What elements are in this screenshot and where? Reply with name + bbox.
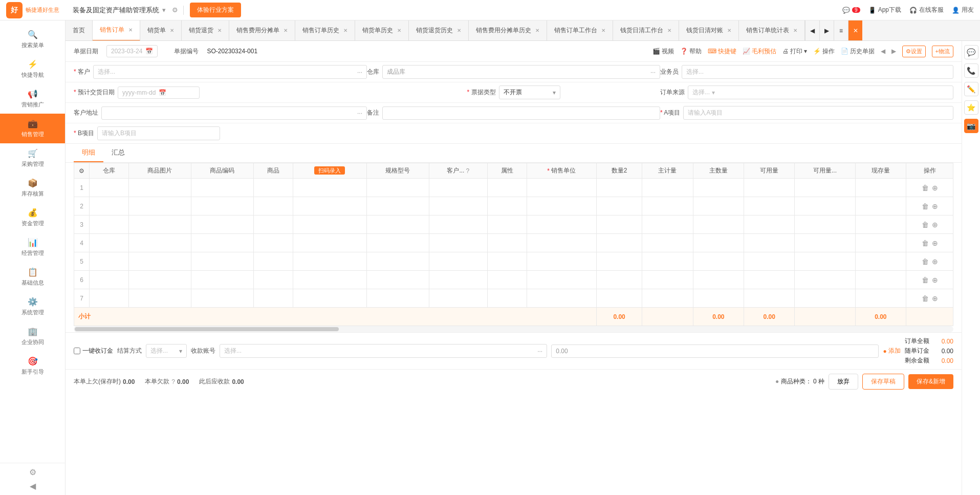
close-tab-icon[interactable]: ✕ bbox=[601, 28, 605, 33]
tab-sales-order[interactable]: 销售订单 ✕ bbox=[93, 20, 140, 41]
history-btn[interactable]: 📄 历史单据 bbox=[841, 47, 875, 56]
tab-home[interactable]: 首页 bbox=[66, 20, 93, 41]
sidebar-item-quick[interactable]: ⚡ 快捷导航 bbox=[0, 54, 65, 84]
col-main-unit[interactable]: 主计量 bbox=[642, 163, 693, 179]
sidebar-item-sales[interactable]: 💼 销售管理 bbox=[0, 114, 65, 143]
sidebar-item-marketing[interactable]: 📢 营销推广 bbox=[0, 84, 65, 114]
sidebar-item-search[interactable]: 🔍 搜索菜单 bbox=[0, 25, 65, 54]
right-panel-camera-icon[interactable]: 📷 bbox=[964, 119, 978, 133]
shortcut-btn[interactable]: ⌨ 快捷键 bbox=[708, 47, 736, 56]
col-current-qty[interactable]: 现存量 bbox=[855, 163, 906, 179]
add-footer-btn[interactable]: ● 添加 bbox=[883, 347, 900, 355]
close-tab-icon[interactable]: ✕ bbox=[793, 28, 797, 33]
tab-next-btn[interactable]: ▶ bbox=[819, 20, 834, 41]
sidebar-item-operations[interactable]: 📊 经营管理 bbox=[0, 232, 65, 262]
col-main-qty[interactable]: 主数量 bbox=[693, 163, 744, 179]
settings-icon[interactable]: ⚙ bbox=[172, 6, 178, 14]
sidebar-item-purchase[interactable]: 🛒 采购管理 bbox=[0, 143, 65, 173]
nav-next-btn[interactable]: ▶ bbox=[891, 48, 896, 55]
col-settings[interactable]: ⚙ bbox=[74, 163, 90, 179]
tab-order-stats[interactable]: 销售订单统计表 ✕ bbox=[739, 20, 805, 41]
warehouse-input[interactable]: 成品库 ··· bbox=[382, 65, 660, 79]
delete-icon[interactable]: 🗑 bbox=[922, 294, 929, 303]
b-project-input[interactable]: 请输入B项目 bbox=[97, 126, 220, 140]
col-avail-qty2[interactable]: 可用量... bbox=[795, 163, 855, 179]
close-tab-icon[interactable]: ✕ bbox=[667, 28, 671, 33]
right-panel-star-icon[interactable]: ⭐ bbox=[964, 100, 978, 115]
tab-daily-workbench[interactable]: 钱货日清工作台 ✕ bbox=[613, 20, 679, 41]
delete-icon[interactable]: 🗑 bbox=[922, 184, 929, 192]
sidebar-item-base[interactable]: 📋 基础信息 bbox=[0, 262, 65, 292]
close-tab-icon[interactable]: ✕ bbox=[128, 27, 133, 33]
right-panel-phone-icon[interactable]: 📞 bbox=[964, 63, 978, 78]
copy-icon[interactable]: ⊕ bbox=[932, 184, 938, 192]
sidebar-item-enterprise[interactable]: 🏢 企业协同 bbox=[0, 321, 65, 351]
col-product[interactable]: 商品 bbox=[253, 163, 293, 179]
delete-icon[interactable]: 🗑 bbox=[922, 276, 929, 284]
table-scrollbar[interactable] bbox=[74, 326, 953, 332]
sidebar-item-inventory[interactable]: 📦 库存核算 bbox=[0, 173, 65, 203]
tab-daily-account[interactable]: 钱货日清对账 ✕ bbox=[679, 20, 739, 41]
right-panel-edit-icon[interactable]: ✏️ bbox=[964, 82, 978, 96]
close-tab-icon[interactable]: ✕ bbox=[457, 28, 461, 33]
close-tab-icon[interactable]: ✕ bbox=[727, 28, 731, 33]
a-project-input[interactable]: 请输入A项目 bbox=[683, 106, 953, 120]
detail-tab[interactable]: 明细 bbox=[74, 144, 103, 162]
close-tab-icon[interactable]: ✕ bbox=[343, 28, 347, 33]
close-tab-icon[interactable]: ✕ bbox=[284, 28, 288, 33]
col-qty2[interactable]: 数量2 bbox=[596, 163, 642, 179]
salesperson-input[interactable]: 选择... bbox=[682, 65, 953, 79]
right-panel-chat-icon[interactable]: 💬 bbox=[964, 45, 978, 59]
col-product-code[interactable]: 商品编码 bbox=[191, 163, 253, 179]
sidebar-settings-btn[interactable]: ⚙ bbox=[29, 467, 36, 477]
tab-order-history[interactable]: 销售订单历史 ✕ bbox=[295, 20, 355, 41]
date-input[interactable]: 2023-03-24 📅 bbox=[106, 45, 158, 57]
delete-icon[interactable]: 🗑 bbox=[922, 221, 929, 229]
tab-more-btn[interactable]: ≡ bbox=[834, 20, 848, 41]
col-customer-ref[interactable]: 客户... ? bbox=[429, 163, 487, 179]
col-warehouse[interactable]: 仓库 bbox=[90, 163, 129, 179]
receipt-account-input[interactable]: 选择... ··· bbox=[220, 344, 547, 358]
online-support-btn[interactable]: 🎧 在线客服 bbox=[909, 6, 944, 14]
view-btn[interactable]: 🎬 视频 bbox=[652, 47, 674, 56]
tab-invoice-history[interactable]: 销货单历史 ✕ bbox=[355, 20, 409, 41]
user-menu[interactable]: 👤 用友 bbox=[952, 6, 974, 14]
sidebar-item-system[interactable]: ⚙️ 系统管理 bbox=[0, 292, 65, 321]
app-download-btn[interactable]: 📱 App下载 bbox=[868, 6, 901, 14]
amount-input[interactable]: 0.00 bbox=[551, 345, 879, 358]
tab-expense-split[interactable]: 销售费用分摊单 ✕ bbox=[229, 20, 295, 41]
close-tab-icon[interactable]: ✕ bbox=[535, 28, 539, 33]
col-sales-unit[interactable]: *销售单位 bbox=[527, 163, 596, 179]
col-scan[interactable]: 扫码录入 bbox=[293, 163, 366, 179]
sidebar-item-finance[interactable]: 💰 资金管理 bbox=[0, 203, 65, 232]
copy-icon[interactable]: ⊕ bbox=[932, 221, 938, 229]
one-click-pay-input[interactable] bbox=[74, 348, 80, 354]
settings-btn[interactable]: ⚙ 设置 bbox=[902, 46, 926, 57]
copy-icon[interactable]: ⊕ bbox=[932, 202, 938, 210]
tab-expense-history[interactable]: 销售费用分摊单历史 ✕ bbox=[469, 20, 547, 41]
notes-input[interactable] bbox=[382, 106, 660, 120]
col-attribute[interactable]: 属性 bbox=[487, 163, 527, 179]
close-tab-icon[interactable]: ✕ bbox=[397, 28, 401, 33]
print-btn[interactable]: 🖨 打印 ▾ bbox=[782, 47, 807, 56]
address-input[interactable]: ··· bbox=[101, 106, 367, 120]
copy-icon[interactable]: ⊕ bbox=[932, 239, 938, 247]
delete-icon[interactable]: 🗑 bbox=[922, 239, 929, 247]
tab-return-history[interactable]: 销货退货历史 ✕ bbox=[409, 20, 469, 41]
order-source-input[interactable]: 选择... ▾ bbox=[688, 85, 953, 99]
settlement-select[interactable]: 选择... ▾ bbox=[146, 344, 187, 358]
close-tab-icon[interactable]: ✕ bbox=[170, 28, 174, 33]
tab-sales-return[interactable]: 销货退货 ✕ bbox=[182, 20, 229, 41]
action-btn[interactable]: ⚡ 操作 bbox=[813, 47, 835, 56]
one-click-pay-checkbox[interactable]: 一键收订金 bbox=[74, 347, 113, 355]
solution-button[interactable]: 体验行业方案 bbox=[190, 3, 241, 17]
copy-icon[interactable]: ⊕ bbox=[932, 276, 938, 284]
close-tab-icon[interactable]: ✕ bbox=[217, 28, 222, 33]
delivery-date-input[interactable]: yyyy-mm-dd 📅 bbox=[118, 87, 200, 99]
sidebar-item-guide[interactable]: 🎯 新手引导 bbox=[0, 351, 65, 381]
tab-close-all-btn[interactable]: ✕ bbox=[848, 20, 862, 41]
delete-icon[interactable]: 🗑 bbox=[922, 257, 929, 266]
summary-tab[interactable]: 汇总 bbox=[103, 144, 133, 162]
tab-sales-invoice[interactable]: 销货单 ✕ bbox=[140, 20, 182, 41]
nav-prev-btn[interactable]: ◀ bbox=[881, 48, 885, 55]
